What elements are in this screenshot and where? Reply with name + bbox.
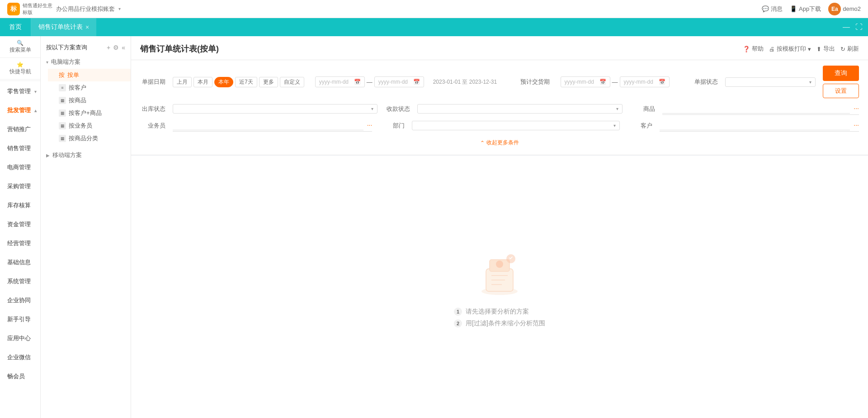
date-to-placeholder: yyyy-mm-dd <box>378 79 408 85</box>
date-btn-this-month[interactable]: 本月 <box>193 77 212 87</box>
sidebar-item-inventory[interactable]: 库存核算 <box>0 196 40 215</box>
sidebar-search[interactable]: 🔍 搜索菜单 <box>0 36 40 58</box>
customer-ellipsis-icon[interactable]: ··· <box>854 121 859 128</box>
app-download-action[interactable]: 📱 App下载 <box>790 5 821 13</box>
sidebar-item-retail[interactable]: 零售管理 ▾ <box>0 82 40 101</box>
hint-num-1: 1 <box>454 308 462 316</box>
expected-to-input[interactable]: yyyy-mm-dd 📅 <box>620 76 670 87</box>
logo-char: 标 <box>10 5 17 13</box>
main-layout: 🔍 搜索菜单 ⭐ 快捷导航 零售管理 ▾ 批发管理 ▴ 营销推广 销售管理 电商… <box>0 36 868 418</box>
sidebar-item-wechat-label: 企业微信 <box>7 353 31 361</box>
page-header: 销售订单统计表(按单) ❓ 帮助 🖨 按模板打印 ▾ ⬆ 导出 ↻ 刷新 <box>131 36 868 60</box>
sidebar-item-guide[interactable]: 新手引导 <box>0 310 40 329</box>
tab-home[interactable]: 首页 <box>0 18 31 36</box>
sidebar-item-member-label: 畅会员 <box>7 372 25 380</box>
minimize-icon[interactable]: — <box>843 23 850 31</box>
query-button[interactable]: 查询 <box>823 66 859 81</box>
tab-close-icon[interactable]: × <box>85 24 89 31</box>
tree-item-by-salesperson[interactable]: ▦ 按业务员 <box>48 119 131 132</box>
help-btn[interactable]: ❓ 帮助 <box>743 45 764 53</box>
tree-item-by-order[interactable]: 按 按单 <box>48 69 131 81</box>
sidebar-item-operations-label: 经营管理 <box>7 239 31 247</box>
sidebar-item-guide-label: 新手引导 <box>7 315 31 323</box>
dept-label: 部门 <box>379 122 405 130</box>
salesperson-input[interactable] <box>173 119 363 130</box>
sidebar-nav[interactable]: ⭐ 快捷导航 <box>0 58 40 80</box>
date-btn-more[interactable]: 更多 <box>259 77 278 87</box>
message-action[interactable]: 💬 消息 <box>762 5 783 13</box>
app-download-label: App下载 <box>799 5 821 13</box>
date-to-input[interactable]: yyyy-mm-dd 📅 <box>374 76 424 87</box>
sidebar-item-basic-label: 基础信息 <box>7 258 31 266</box>
goods-input[interactable] <box>662 103 850 114</box>
sidebar-item-wholesale[interactable]: 批发管理 ▴ <box>0 101 40 120</box>
sidebar-item-purchase[interactable]: 采购管理 <box>0 177 40 196</box>
tree-label-by-salesperson: 按业务员 <box>69 122 92 130</box>
sidebar-item-finance[interactable]: 资金管理 <box>0 215 40 234</box>
nav-icon: ⭐ <box>17 62 24 68</box>
sidebar-item-collab[interactable]: 企业协同 <box>0 291 40 310</box>
tree-item-by-cust-goods[interactable]: ▦ 按客户+商品 <box>48 107 131 119</box>
tree-item-by-category[interactable]: ▦ 按商品分类 <box>48 132 131 145</box>
content-area: 销售订单统计表(按单) ❓ 帮助 🖨 按模板打印 ▾ ⬆ 导出 ↻ 刷新 <box>131 36 868 418</box>
sidebar-item-system-label: 系统管理 <box>7 277 31 285</box>
receipt-status-arrow-icon: ▾ <box>616 106 618 111</box>
receipt-status-label: 收款状态 <box>385 105 410 113</box>
sidebar-item-operations[interactable]: 经营管理 <box>0 234 40 253</box>
tab-active[interactable]: 销售订单统计表 × <box>31 18 96 36</box>
logo-line2: 标版 <box>23 9 52 15</box>
breadcrumb-dropdown-icon: ▾ <box>118 6 121 11</box>
collapse-filter-btn[interactable]: ⌃ 收起更多条件 <box>140 136 859 149</box>
exp-from-placeholder: yyyy-mm-dd <box>565 79 594 85</box>
add-scheme-icon[interactable]: + <box>107 44 110 51</box>
sidebar-item-member[interactable]: 畅会员 <box>0 367 40 386</box>
print-dropdown-icon: ▾ <box>808 46 811 52</box>
sidebar-item-marketing[interactable]: 营销推广 <box>0 120 40 139</box>
expected-from-input[interactable]: yyyy-mm-dd 📅 <box>561 76 610 87</box>
customer-input[interactable] <box>660 119 850 130</box>
user-action[interactable]: Ea demo2 <box>828 3 861 15</box>
sidebar-item-wechat[interactable]: 企业微信 <box>0 348 40 367</box>
sidebar-item-appcenter[interactable]: 应用中心 <box>0 329 40 348</box>
customer-input-section: ··· <box>660 119 859 132</box>
date-from-input[interactable]: yyyy-mm-dd 📅 <box>315 76 365 87</box>
sidebar-item-sales[interactable]: 销售管理 <box>0 139 40 158</box>
settings-scheme-icon[interactable]: ⚙ <box>113 44 119 51</box>
date-btn-custom[interactable]: 自定义 <box>280 77 304 87</box>
tree-category-mobile-label: 移动端方案 <box>52 151 82 159</box>
maximize-icon[interactable]: ⛶ <box>855 23 863 31</box>
exp-calendar-to-icon: 📅 <box>659 79 665 85</box>
sidebar-item-system[interactable]: 系统管理 <box>0 272 40 291</box>
date-range-input: yyyy-mm-dd 📅 — yyyy-mm-dd 📅 <box>315 76 424 87</box>
tree-item-by-goods[interactable]: ▦ 按商品 <box>48 94 131 107</box>
filter-row-1: 单据日期 上月 本月 本年 近7天 更多 自定义 yyyy-mm-dd 📅 — <box>140 66 859 98</box>
doc-status-select[interactable]: ▾ <box>725 77 816 87</box>
collapse-panel-icon[interactable]: « <box>122 44 125 51</box>
refresh-btn[interactable]: ↻ 刷新 <box>840 45 859 53</box>
tree-category-mobile[interactable]: ▶ 移动端方案 <box>41 148 131 162</box>
template-print-btn[interactable]: 🖨 按模板打印 ▾ <box>769 45 811 53</box>
dept-select[interactable]: ▾ <box>412 121 619 130</box>
setting-button[interactable]: 设置 <box>823 84 859 98</box>
salesperson-label: 业务员 <box>140 122 165 130</box>
tree-category-pc[interactable]: ▾ 电脑端方案 <box>41 55 131 69</box>
export-btn[interactable]: ⬆ 导出 <box>816 45 835 53</box>
sidebar-item-sales-label: 销售管理 <box>7 144 31 152</box>
tree-item-by-customer[interactable]: ≡ 按客户 <box>48 81 131 94</box>
sidebar-item-ecommerce[interactable]: 电商管理 <box>0 158 40 177</box>
exp-date-separator: — <box>612 79 618 86</box>
out-status-select[interactable]: ▾ <box>173 104 377 114</box>
goods-ellipsis-icon[interactable]: ··· <box>854 104 859 112</box>
breadcrumb[interactable]: 办公用品行业模拟账套 ▾ <box>56 5 121 13</box>
date-btn-this-year[interactable]: 本年 <box>214 77 233 87</box>
date-btn-7days[interactable]: 近7天 <box>235 77 257 87</box>
empty-hint-2: 2 用[过滤]条件来缩小分析范围 <box>454 319 545 328</box>
sidebar-item-basic[interactable]: 基础信息 <box>0 253 40 272</box>
tree-expand-mobile-icon: ▶ <box>46 153 50 158</box>
receipt-status-select[interactable]: ▾ <box>417 104 622 114</box>
expected-date-label: 预计交货期 <box>520 78 550 86</box>
search-icon: 🔍 <box>17 40 24 46</box>
page-title: 销售订单统计表(按单) <box>140 43 219 54</box>
salesperson-ellipsis-icon[interactable]: ··· <box>367 121 373 128</box>
date-btn-last-month[interactable]: 上月 <box>173 77 192 87</box>
